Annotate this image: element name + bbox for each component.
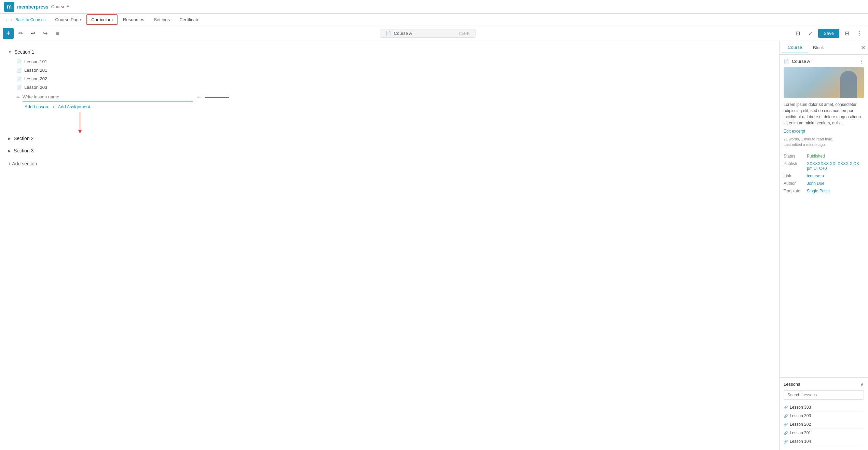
logo-area: m memberpress Course A (4, 2, 69, 12)
back-to-courses-link[interactable]: ← ← Back to Courses (5, 17, 45, 22)
lesson-list-item-203: 🔗 Lesson 203 (784, 412, 864, 420)
person-shape (840, 71, 857, 98)
top-bar: m memberpress Course A (0, 0, 868, 14)
curriculum-editor: ▼ Section 1 📄 Lesson 101 📄 Lesson 201 📄 … (0, 41, 779, 450)
author-row: Author John Doe (784, 181, 864, 186)
lesson-202-item: 📄 Lesson 202 (16, 74, 771, 83)
add-section-row[interactable]: + Add section (8, 158, 771, 169)
link-icon: 🔗 (784, 423, 788, 426)
add-lesson-row: Add Lesson... or Add Assignment... (25, 104, 771, 109)
author-value[interactable]: John Doe (807, 181, 824, 186)
red-arrow-indicator: ← (196, 94, 202, 101)
list-icon: ≡ (56, 30, 59, 37)
link-icon: 🔗 (784, 406, 788, 409)
close-icon: ✕ (861, 45, 865, 51)
settings-button[interactable]: ⊟ (841, 28, 852, 39)
panel-close-button[interactable]: ✕ (861, 44, 865, 51)
author-label: Author (784, 181, 804, 186)
section-2-label: Section 2 (14, 136, 33, 141)
word-count-text: 71 words, 1 minute read time. (784, 137, 864, 141)
list-view-button[interactable]: ≡ (52, 28, 63, 39)
course-description: Lorem ipsum dolor sit amet, consectetur … (784, 101, 864, 126)
section-3-label: Section 3 (14, 148, 33, 153)
status-value: Published (807, 154, 825, 159)
panel-tab-course[interactable]: Course (782, 42, 808, 53)
add-block-button[interactable]: + (3, 28, 14, 39)
tab-resources[interactable]: Resources (119, 15, 148, 24)
section-1-header[interactable]: ▼ Section 1 (8, 48, 771, 56)
add-section-label: + Add section (8, 161, 37, 166)
main-layout: ▼ Section 1 📄 Lesson 101 📄 Lesson 201 📄 … (0, 41, 868, 450)
section-1-label: Section 1 (14, 49, 34, 55)
lesson-doc-icon: 📄 (16, 77, 22, 81)
lesson-202-label: Lesson 202 (24, 76, 47, 81)
document-title[interactable]: 📄 Course A Ctrl+K (380, 29, 476, 38)
lesson-201-item: 📄 Lesson 201 (16, 66, 771, 74)
panel-divider (784, 150, 864, 150)
tab-curriculum[interactable]: Curriculum (86, 14, 118, 25)
course-doc-icon: 📄 (784, 59, 789, 64)
link-icon: 🔗 (784, 431, 788, 435)
red-vertical-arrow (80, 112, 80, 131)
external-link-button[interactable]: ⤢ (805, 28, 816, 39)
course-name-top: Course A (51, 4, 69, 9)
undo-button[interactable]: ↩ (27, 28, 38, 39)
add-lesson-link[interactable]: Add Lesson... (25, 104, 52, 109)
template-row: Template Single Posts (784, 189, 864, 193)
tab-certificate[interactable]: Certificate (175, 15, 204, 24)
red-vertical-arrow-container (80, 112, 771, 131)
lesson-101-item: 📄 Lesson 101 (16, 57, 771, 66)
section-3-header[interactable]: ▶ Section 3 (8, 146, 771, 155)
publish-label: Publish (784, 161, 804, 171)
last-edited-text: Last edited a minute ago. (784, 142, 864, 147)
edit-icon-small: ✏ (16, 95, 20, 100)
status-label: Status (784, 154, 804, 159)
more-dots-button[interactable]: ⋮ (859, 59, 864, 64)
title-text: Course A (394, 31, 412, 36)
logo-name: memberpress (17, 4, 49, 10)
pencil-button[interactable]: ✏ (15, 28, 26, 39)
tab-settings[interactable]: Settings (150, 15, 174, 24)
redo-icon: ↪ (43, 30, 47, 37)
status-row: Status Published (784, 154, 864, 159)
add-assignment-link[interactable]: Add Assignment... (58, 104, 94, 109)
link-label: Link (784, 174, 804, 178)
toolbar-right: ⊡ ⤢ Save ⊟ ⋮ (792, 28, 865, 39)
settings-icon: ⊟ (845, 30, 849, 37)
lesson-201-label: Lesson 201 (24, 68, 47, 73)
new-lesson-row: ✏ ← (16, 93, 771, 101)
save-button[interactable]: Save (818, 29, 839, 38)
lesson-list-item-201: 🔗 Lesson 201 (784, 429, 864, 437)
panel-tab-block[interactable]: Block (808, 42, 829, 53)
more-options-button[interactable]: ⋮ (854, 28, 865, 39)
edit-excerpt-link[interactable]: Edit excerpt (784, 129, 864, 134)
doc-icon: 📄 (386, 31, 391, 36)
lesson-201-list-label: Lesson 201 (790, 431, 811, 435)
right-panel: Course Block ✕ 📄 Course A ⋮ Lorem ipsum … (779, 41, 868, 450)
view-button[interactable]: ⊡ (792, 28, 803, 39)
tab-course-page[interactable]: Course Page (51, 15, 85, 24)
arrow-down-head (78, 130, 82, 134)
lessons-collapse-button[interactable]: ∧ (860, 382, 864, 387)
template-label: Template (784, 189, 804, 193)
redo-button[interactable]: ↪ (40, 28, 51, 39)
pencil-icon: ✏ (18, 30, 23, 37)
section-3-toggle-icon: ▶ (8, 149, 11, 153)
lesson-202-list-label: Lesson 202 (790, 422, 811, 427)
lesson-name-input[interactable] (23, 93, 193, 101)
panel-tabs: Course Block ✕ (780, 41, 868, 55)
lesson-203-label: Lesson 203 (24, 85, 47, 90)
template-value[interactable]: Single Posts (807, 189, 830, 193)
lesson-203-list-label: Lesson 203 (790, 413, 811, 418)
lesson-101-label: Lesson 101 (24, 59, 47, 64)
lesson-doc-icon: 📄 (16, 68, 22, 73)
link-value[interactable]: /course-a (807, 174, 824, 178)
lesson-list-item-104: 🔗 Lesson 104 (784, 437, 864, 446)
section-2-header[interactable]: ▶ Section 2 (8, 134, 771, 143)
search-lessons-input[interactable] (784, 390, 864, 400)
red-line-indicator (205, 97, 229, 98)
external-icon: ⤢ (809, 30, 813, 37)
undo-icon: ↩ (31, 30, 35, 37)
more-icon: ⋮ (857, 30, 863, 37)
publish-value[interactable]: XXXXXXXX XX, XXXX X:XX pm UTC+0 (807, 161, 864, 171)
